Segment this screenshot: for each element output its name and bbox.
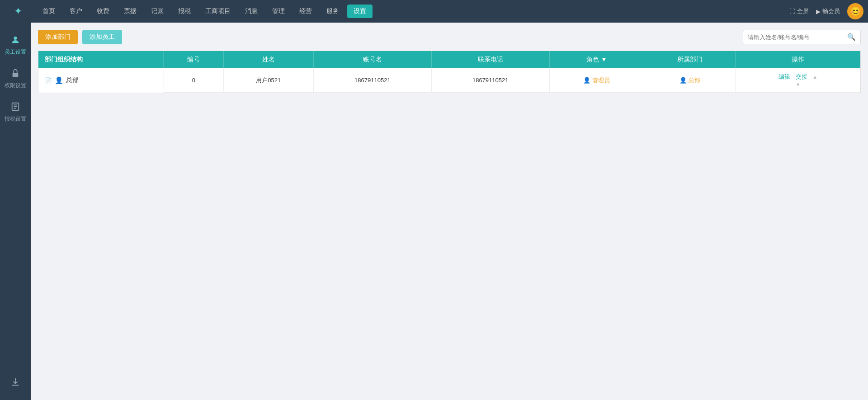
nav-home[interactable]: 首页 <box>36 5 61 18</box>
col-account: 账号名 <box>313 51 431 68</box>
sidebar-item-tax-settings[interactable]: 报税设置 <box>0 94 31 127</box>
col-phone: 联系电话 <box>431 51 549 68</box>
search-wrap: 🔍 <box>743 30 861 44</box>
role-badge: 👤 管理员 <box>583 76 610 85</box>
svg-rect-1 <box>13 73 19 77</box>
search-button[interactable]: 🔍 <box>843 30 860 44</box>
nav-client[interactable]: 客户 <box>63 5 89 18</box>
sidebar-item-employee[interactable]: 员工设置 <box>0 27 31 61</box>
toolbar: 添加部门 添加员工 🔍 <box>38 30 861 44</box>
col-dept: 所属部门 <box>644 51 736 68</box>
dept-item-general[interactable]: 📄 👤 总部 <box>38 73 164 88</box>
cell-id: 0 <box>164 68 223 93</box>
cell-actions: 编辑 交接 ▲▼ <box>736 68 860 93</box>
col-id: 编号 <box>164 51 223 68</box>
dept-folder-icon: 📄 <box>45 77 52 84</box>
dept-user-icon: 👤 <box>55 76 63 85</box>
nav-bill[interactable]: 票据 <box>118 5 143 18</box>
nav-service[interactable]: 服务 <box>320 5 345 18</box>
nav-items: 首页 客户 收费 票据 记账 报税 工商项目 消息 管理 经营 服务 设置 <box>36 5 789 18</box>
employee-icon <box>9 33 22 46</box>
dept-item-label: 总部 <box>66 76 79 85</box>
main-content: 添加部门 添加员工 🔍 部门组织结构 📄 👤 总部 <box>31 23 868 400</box>
add-emp-button[interactable]: 添加员工 <box>82 30 122 44</box>
nav-tax[interactable]: 报税 <box>172 5 197 18</box>
top-nav: ✦ 首页 客户 收费 票据 记账 报税 工商项目 消息 管理 经营 服务 设置 … <box>0 0 868 23</box>
right-actions: ⛶ 全屏 ▶ 畅会员 😊 <box>789 3 863 19</box>
role-icon: 👤 <box>583 77 590 84</box>
download-icon <box>9 376 22 388</box>
cell-role: 👤 管理员 <box>549 68 644 93</box>
nav-fee[interactable]: 收费 <box>90 5 116 18</box>
sidebar-item-permission[interactable]: 权限设置 <box>0 61 31 94</box>
fullscreen-icon: ⛶ <box>789 8 795 15</box>
logo-icon: ✦ <box>5 5 32 17</box>
dept-tree: 部门组织结构 📄 👤 总部 <box>38 51 164 93</box>
col-role[interactable]: 角色 ▼ <box>549 51 644 68</box>
edit-link[interactable]: 编辑 <box>778 73 790 80</box>
user-avatar[interactable]: 😊 <box>847 3 863 19</box>
cell-phone: 18679110521 <box>431 68 549 93</box>
nav-message[interactable]: 消息 <box>239 5 264 18</box>
nav-business[interactable]: 工商项目 <box>199 5 237 18</box>
cell-account: 18679110521 <box>313 68 431 93</box>
member-icon: ▶ <box>816 8 821 15</box>
cell-name: 用户0521 <box>223 68 313 93</box>
dept-cell-icon: 👤 <box>679 77 687 84</box>
search-input[interactable] <box>743 31 843 43</box>
emp-table-wrap: 编号 姓名 账号名 联系电话 角色 ▼ 所属部门 操作 0 用户0521 186… <box>164 51 860 93</box>
dept-badge: 👤 总部 <box>679 76 700 85</box>
fullscreen-btn[interactable]: ⛶ 全屏 <box>789 7 809 15</box>
add-dept-button[interactable]: 添加部门 <box>38 30 78 44</box>
svg-point-0 <box>14 37 17 40</box>
table-row: 0 用户0521 18679110521 18679110521 👤 管理员 <box>164 68 860 93</box>
member-btn[interactable]: ▶ 畅会员 <box>816 7 840 15</box>
nav-settings[interactable]: 设置 <box>347 5 373 18</box>
left-sidebar: 员工设置 权限设置 报税设置 <box>0 23 31 400</box>
lock-icon <box>9 67 22 80</box>
emp-table: 编号 姓名 账号名 联系电话 角色 ▼ 所属部门 操作 0 用户0521 186… <box>164 51 860 93</box>
cell-dept: 👤 总部 <box>644 68 736 93</box>
search-icon: 🔍 <box>847 33 856 41</box>
tax-settings-icon <box>9 100 22 113</box>
dept-tree-body: 📄 👤 总部 <box>38 68 164 93</box>
dept-tree-header: 部门组织结构 <box>38 51 164 68</box>
nav-manage[interactable]: 管理 <box>266 5 291 18</box>
content-area: 部门组织结构 📄 👤 总部 编号 姓名 账号名 联系电话 角色 ▼ <box>38 51 861 93</box>
nav-operation[interactable]: 经营 <box>293 5 318 18</box>
col-name: 姓名 <box>223 51 313 68</box>
nav-account[interactable]: 记账 <box>145 5 170 18</box>
col-actions: 操作 <box>736 51 860 68</box>
transfer-link[interactable]: 交接 <box>796 73 807 80</box>
sidebar-bottom-btn[interactable] <box>9 369 22 393</box>
table-header-row: 编号 姓名 账号名 联系电话 角色 ▼ 所属部门 操作 <box>164 51 860 68</box>
